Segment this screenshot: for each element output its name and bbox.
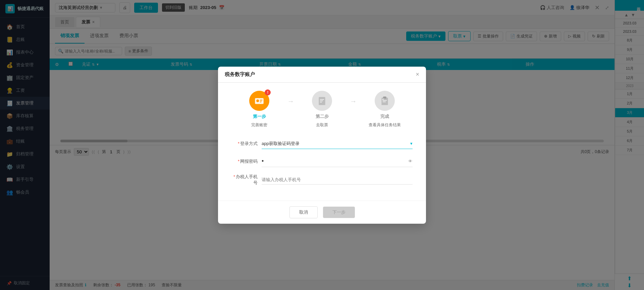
cancel-button[interactable]: 取消	[289, 206, 318, 218]
svg-rect-12	[382, 101, 386, 102]
tax-digital-modal: 税务数字账户 × !	[218, 67, 426, 224]
phone-control	[262, 175, 413, 185]
step-3-desc: 查看具体任务结果	[369, 122, 401, 128]
next-button[interactable]: 下一步	[323, 207, 355, 218]
step-3-label: 完成	[380, 114, 389, 120]
svg-rect-7	[320, 100, 323, 101]
svg-rect-0	[255, 98, 264, 104]
step-3-icon	[375, 91, 395, 111]
password-label: 网报密码	[231, 158, 262, 164]
svg-rect-3	[260, 101, 262, 101]
phone-input[interactable]	[262, 177, 413, 182]
modal-footer: 取消 下一步	[218, 201, 426, 224]
step-3: 完成 查看具体任务结果	[357, 91, 413, 128]
step-1-icon: !	[249, 91, 269, 111]
modal-overlay: 税务数字账户 × !	[0, 0, 644, 290]
svg-rect-10	[383, 96, 386, 98]
step-2-icon	[312, 91, 332, 111]
svg-rect-4	[260, 102, 262, 102]
svg-rect-8	[320, 102, 322, 102]
login-method-select[interactable]: app获取验证码登录 ▾	[262, 139, 413, 149]
modal-header: 税务数字账户 ×	[218, 67, 426, 83]
login-method-control: app获取验证码登录 ▾	[262, 139, 413, 149]
step-2-desc: 去取票	[316, 122, 328, 128]
svg-rect-9	[381, 97, 388, 105]
phone-input-wrapper	[262, 175, 413, 185]
chevron-down-icon: ▾	[410, 141, 413, 146]
step-2: 第二步 去取票	[294, 91, 350, 128]
document-icon	[317, 95, 327, 106]
modal-body: ! 第一步 完善账密 →	[218, 83, 426, 201]
steps-container: ! 第一步 完善账密 →	[231, 91, 413, 128]
phone-label: 办税人手机号	[231, 174, 262, 186]
svg-rect-2	[260, 99, 263, 100]
password-field: • 👁	[262, 156, 413, 167]
login-method-label: 登录方式	[231, 141, 262, 147]
svg-rect-6	[320, 99, 324, 100]
svg-rect-11	[382, 100, 387, 101]
step-1-desc: 完善账密	[251, 122, 267, 128]
phone-row: 办税人手机号	[231, 174, 413, 186]
password-dots: •	[262, 158, 264, 165]
step-1: ! 第一步 完善账密	[231, 91, 287, 128]
person-card-icon	[254, 95, 265, 106]
password-row: 网报密码 • 👁	[231, 156, 413, 167]
toggle-password-icon[interactable]: 👁	[408, 159, 413, 164]
arrow-1: →	[287, 91, 294, 105]
step-2-label: 第二步	[316, 114, 329, 120]
password-control: • 👁	[262, 156, 413, 167]
svg-point-1	[257, 99, 259, 102]
modal-title: 税务数字账户	[225, 71, 255, 78]
step-1-badge: !	[265, 89, 271, 95]
step-1-label: 第一步	[253, 114, 266, 120]
form: 登录方式 app获取验证码登录 ▾ 网报密码 •	[231, 139, 413, 186]
login-method-row: 登录方式 app获取验证码登录 ▾	[231, 139, 413, 149]
clipboard-icon	[379, 95, 390, 106]
arrow-2: →	[350, 91, 357, 105]
modal-close-button[interactable]: ×	[416, 71, 419, 77]
